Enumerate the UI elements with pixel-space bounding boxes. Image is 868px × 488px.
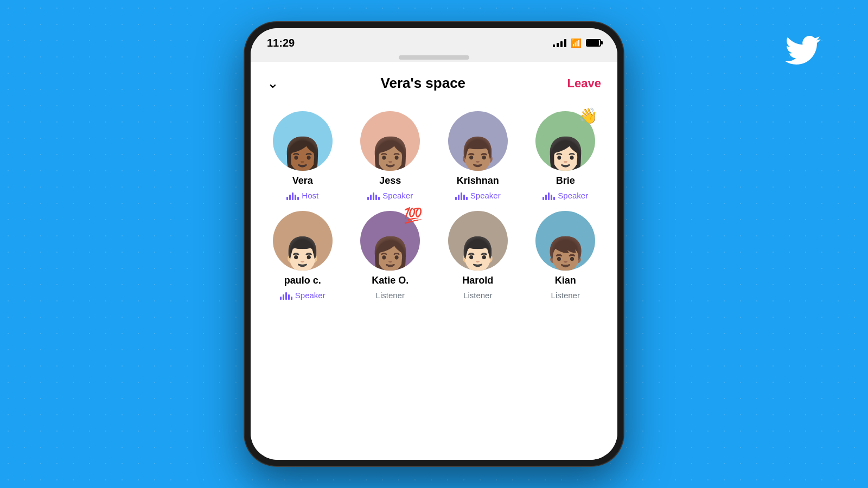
role-label-brie: Speaker	[558, 191, 588, 200]
avatar-krishnan	[448, 111, 508, 171]
app-content: ⌄ Vera's space Leave Vera	[251, 62, 617, 460]
participant-vera[interactable]: Vera Host	[261, 111, 344, 200]
role-label-katie: Listener	[376, 291, 405, 300]
name-katie: Katie O.	[372, 275, 409, 286]
participant-brie[interactable]: 👋 Brie Speaker	[525, 111, 607, 200]
name-paulo: paulo c.	[284, 275, 321, 286]
battery-icon	[586, 39, 601, 47]
avatar-wrapper-paulo	[273, 211, 333, 271]
participants-section: Vera Host	[251, 100, 617, 460]
participant-kian[interactable]: Kian Listener	[525, 211, 607, 300]
role-label-paulo: Speaker	[295, 291, 326, 300]
avatar-jess	[360, 111, 420, 171]
role-brie: Speaker	[542, 191, 588, 200]
mic-icon-vera	[286, 191, 299, 200]
participants-grid: Vera Host	[261, 111, 607, 300]
role-harold: Listener	[463, 291, 492, 300]
twitter-logo	[781, 33, 825, 68]
role-paulo: Speaker	[280, 291, 326, 300]
wifi-icon: 📶	[571, 38, 582, 48]
name-vera: Vera	[292, 175, 313, 187]
role-label-vera: Host	[302, 191, 318, 200]
avatar-wrapper-brie: 👋	[535, 111, 595, 171]
participant-katie[interactable]: 💯 Katie O. Listener	[349, 211, 432, 300]
mic-icon-paulo	[280, 291, 292, 300]
leave-button[interactable]: Leave	[567, 76, 601, 91]
avatar-wrapper-kian	[535, 211, 595, 271]
notch-pill	[399, 55, 469, 60]
role-label-harold: Listener	[463, 291, 492, 300]
avatar-kian	[535, 211, 595, 271]
avatar-wrapper-katie: 💯	[360, 211, 420, 271]
avatar-wrapper-krishnan	[448, 111, 508, 171]
avatar-paulo	[273, 211, 333, 271]
role-jess: Speaker	[367, 191, 413, 200]
name-brie: Brie	[556, 175, 575, 187]
role-label-krishnan: Speaker	[470, 191, 501, 200]
katie-hundred-emoji: 💯	[404, 208, 423, 223]
participant-jess[interactable]: Jess Speaker	[349, 111, 432, 200]
status-icons: 📶	[553, 38, 601, 48]
status-time: 11:29	[267, 37, 295, 49]
mic-icon-krishnan	[455, 191, 468, 200]
signal-bars-icon	[553, 38, 566, 47]
space-title: Vera's space	[381, 75, 466, 92]
brie-wave-emoji: 👋	[579, 108, 598, 124]
phone-shell: 11:29 📶 ⌄ Vera's space	[244, 22, 624, 466]
avatar-vera	[273, 111, 333, 171]
phone-screen: 11:29 📶 ⌄ Vera's space	[251, 28, 617, 460]
role-kian: Listener	[551, 291, 580, 300]
back-button[interactable]: ⌄	[267, 75, 279, 92]
role-label-jess: Speaker	[382, 191, 413, 200]
name-krishnan: Krishnan	[457, 175, 499, 187]
mic-icon-jess	[367, 191, 380, 200]
role-katie: Listener	[376, 291, 405, 300]
participant-krishnan[interactable]: Krishnan Speaker	[437, 111, 519, 200]
name-jess: Jess	[379, 175, 401, 187]
role-label-kian: Listener	[551, 291, 580, 300]
app-header: ⌄ Vera's space Leave	[251, 62, 617, 100]
role-vera: Host	[286, 191, 318, 200]
name-harold: Harold	[462, 275, 493, 286]
status-bar: 11:29 📶	[251, 28, 617, 57]
avatar-wrapper-vera	[273, 111, 333, 171]
avatar-wrapper-jess	[360, 111, 420, 171]
participant-harold[interactable]: Harold Listener	[437, 211, 519, 300]
name-kian: Kian	[555, 275, 576, 286]
role-krishnan: Speaker	[455, 191, 501, 200]
mic-icon-brie	[542, 191, 555, 200]
avatar-harold	[448, 211, 508, 271]
participant-paulo[interactable]: paulo c. Speaker	[261, 211, 344, 300]
avatar-wrapper-harold	[448, 211, 508, 271]
